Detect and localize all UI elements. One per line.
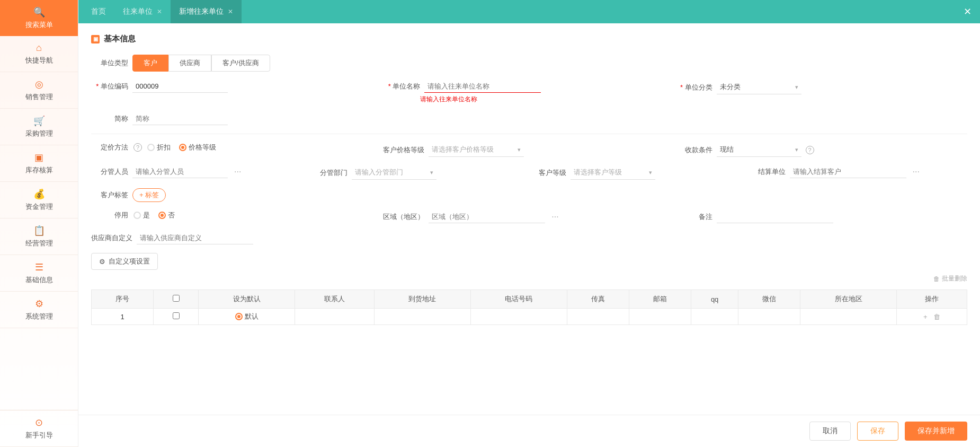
row-contact [295, 309, 375, 325]
col-phone: 电话号码 [470, 290, 567, 309]
type-btn-customer[interactable]: 客户 [132, 55, 168, 72]
pricing-help-icon[interactable]: ? [133, 143, 142, 152]
tab-bar: 首页 往来单位 ✕ 新增往来单位 ✕ ✕ [78, 0, 980, 23]
payment-terms-group: 收款条件 现结 ▾ ? [675, 143, 967, 157]
customer-level-label: 客户等级 [529, 168, 566, 178]
supplier-custom-label: 供应商自定义 [91, 233, 132, 243]
radio-discount[interactable]: 折扣 [147, 143, 171, 152]
unit-type-label: 单位类型 [91, 58, 128, 68]
sidebar-item-basics[interactable]: ☰ 基础信息 [0, 255, 78, 292]
batch-delete-button[interactable]: 🗑 批量删除 [933, 274, 967, 283]
tag-label: 客户标签 [91, 190, 128, 200]
add-tag-button[interactable]: + 标签 [132, 188, 166, 202]
customer-price-select[interactable]: 请选择客户价格等级 ▾ [429, 143, 524, 157]
custom-settings-area: ⚙ 自定义项设置 [91, 253, 967, 270]
settlement-input[interactable] [790, 165, 906, 178]
sidebar-search-label: 搜索菜单 [25, 20, 53, 30]
unit-code-label: 单位编码 [91, 82, 128, 91]
row-default-radio[interactable]: 默认 [204, 312, 289, 321]
unit-name-label: 单位名称 [383, 82, 420, 91]
sidebar-item-sales[interactable]: ◎ 销售管理 [0, 72, 78, 109]
customer-level-group: 客户等级 请选择客户等级 ▾ [529, 165, 749, 180]
sidebar-item-inventory[interactable]: ▣ 库存核算 [0, 145, 78, 182]
close-all-tabs[interactable]: ✕ [959, 6, 976, 17]
sidebar-item-label: 经营管理 [25, 239, 53, 248]
unit-category-select[interactable]: 未分类 ▾ [717, 80, 801, 94]
row-select-checkbox[interactable] [173, 312, 180, 319]
sidebar-item-label: 库存核算 [25, 165, 53, 175]
sidebar-item-system[interactable]: ⚙ 系统管理 [0, 292, 78, 328]
remarks-input[interactable] [717, 211, 833, 223]
section-title: 基本信息 [104, 34, 136, 44]
region-more-btn[interactable]: ··· [549, 212, 560, 222]
tab-partners[interactable]: 往来单位 ✕ [114, 0, 171, 23]
system-icon: ⚙ [35, 298, 43, 310]
row-address [374, 309, 470, 325]
col-default: 设为默认 [199, 290, 295, 309]
unit-code-input[interactable] [132, 80, 228, 93]
manager-more-btn[interactable]: ··· [232, 167, 243, 177]
unit-type-btn-group: 客户 供应商 客户/供应商 [132, 55, 270, 72]
sidebar-item-label: 快捷导航 [25, 56, 53, 65]
sidebar-search[interactable]: 🔍 搜索菜单 [0, 0, 78, 36]
select-all-checkbox[interactable] [173, 295, 180, 302]
manager-input[interactable] [132, 165, 228, 178]
customer-level-select[interactable]: 请选择客户等级 ▾ [571, 165, 655, 180]
basics-icon: ☰ [35, 261, 43, 273]
unit-type-group: 单位类型 客户 供应商 客户/供应商 [91, 55, 967, 72]
radio-yes[interactable]: 是 [133, 211, 150, 220]
unit-name-input[interactable] [424, 80, 541, 93]
sidebar-item-purchase[interactable]: 🛒 采购管理 [0, 109, 78, 145]
unit-name-group: 单位名称 请输入往来单位名称 [383, 80, 675, 104]
purchase-icon: 🛒 [33, 115, 45, 127]
cancel-button[interactable]: 取消 [809, 422, 851, 441]
row-qq [691, 309, 738, 325]
row-no: 1 [92, 309, 154, 325]
manager-group: 分管人员 ··· [91, 165, 310, 178]
sidebar-item-label: 新手引导 [25, 431, 53, 440]
customer-price-arrow: ▾ [518, 146, 521, 153]
type-btn-supplier[interactable]: 供应商 [168, 55, 211, 72]
radio-no[interactable]: 否 [158, 211, 175, 220]
sidebar-item-finance[interactable]: 💰 资金管理 [0, 182, 78, 218]
region-input[interactable] [429, 211, 545, 223]
category-dropdown-arrow: ▾ [795, 84, 798, 91]
payment-terms-select[interactable]: 现结 ▾ [717, 143, 801, 157]
radio-price-level[interactable]: 价格等级 [179, 143, 216, 152]
unit-category-label: 单位分类 [675, 83, 712, 92]
save-new-button[interactable]: 保存并新增 [905, 422, 967, 441]
close-partners-tab[interactable]: ✕ [157, 8, 162, 15]
settlement-more-btn[interactable]: ··· [911, 167, 922, 177]
delete-row-btn[interactable]: 🗑 [933, 313, 940, 321]
table-row: 1 默认 [92, 309, 967, 325]
dept-arrow: ▾ [430, 169, 433, 176]
unit-type-row: 单位类型 客户 供应商 客户/供应商 [91, 55, 967, 72]
home-icon: ⌂ [36, 42, 42, 54]
search-icon: 🔍 [33, 6, 45, 18]
type-btn-both[interactable]: 客户/供应商 [211, 55, 270, 72]
customer-level-arrow: ▾ [649, 169, 652, 176]
radio-price-level-circle [179, 144, 186, 151]
col-region: 所在地区 [800, 290, 897, 309]
add-row-btn[interactable]: + [923, 313, 928, 321]
sidebar-item-quick-nav[interactable]: ⌂ 快捷导航 [0, 36, 78, 72]
close-new-partner-tab[interactable]: ✕ [228, 8, 233, 15]
customer-price-label: 客户价格等级 [383, 145, 424, 155]
short-name-input[interactable] [132, 112, 228, 125]
sidebar-item-guide[interactable]: ⊙ 新手引导 [0, 410, 78, 447]
sidebar-item-operations[interactable]: 📋 经营管理 [0, 218, 78, 255]
supplier-custom-input[interactable] [137, 232, 253, 244]
customer-price-group: 客户价格等级 请选择客户价格等级 ▾ [383, 143, 675, 157]
tab-home[interactable]: 首页 [83, 0, 114, 23]
col-no: 序号 [92, 290, 154, 309]
save-button[interactable]: 保存 [857, 422, 898, 441]
tab-new-partner[interactable]: 新增往来单位 ✕ [171, 0, 242, 23]
supplier-custom-group: 供应商自定义 [91, 232, 967, 244]
tag-group: 客户标签 + 标签 [91, 188, 967, 202]
dept-select[interactable]: 请输入分管部门 ▾ [352, 165, 436, 180]
row-default: 默认 [199, 309, 295, 325]
custom-settings-button[interactable]: ⚙ 自定义项设置 [91, 253, 158, 270]
payment-help-icon[interactable]: ? [806, 146, 814, 154]
operations-icon: 📋 [33, 225, 45, 236]
batch-delete-area: 🗑 批量删除 [91, 274, 967, 283]
